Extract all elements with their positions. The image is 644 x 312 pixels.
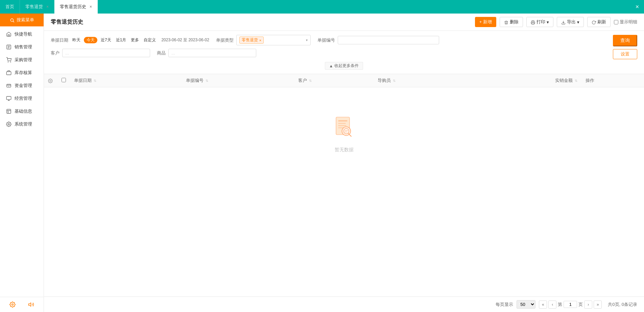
add-button[interactable]: + 新增 — [475, 17, 496, 27]
date-opt-1month[interactable]: 近1月 — [115, 37, 128, 43]
delete-button[interactable]: 删除 — [500, 17, 523, 27]
display-toggle[interactable]: 显示明细 — [614, 19, 637, 25]
col-ops: 操作 — [581, 74, 644, 87]
refresh-icon — [592, 19, 596, 24]
page-label-suffix: 页 — [578, 302, 583, 308]
sidebar-item-sales-mgmt[interactable]: 销售管理 — [0, 41, 44, 53]
svg-rect-18 — [338, 120, 347, 121]
first-page-button[interactable]: « — [539, 300, 547, 309]
last-page-button[interactable]: » — [594, 300, 602, 309]
select-all-checkbox[interactable] — [62, 78, 66, 82]
svg-point-11 — [8, 124, 9, 125]
query-button-label: 查询 — [620, 38, 630, 43]
table-body: 暂无数据 — [44, 87, 644, 180]
date-opt-yesterday[interactable]: 昨天 — [71, 37, 82, 43]
sidebar-item-inventory-calc[interactable]: 库存核算 — [0, 66, 44, 79]
date-opt-today[interactable]: 今天 — [84, 37, 97, 43]
last-page-icon: » — [597, 302, 599, 307]
col-guide[interactable]: 导购员 ⇅ — [374, 74, 469, 87]
query-buttons: 查询 设置 — [613, 35, 637, 59]
sidebar-item-operation-mgmt-label: 经营管理 — [15, 95, 32, 102]
next-page-button[interactable]: › — [584, 300, 592, 309]
col-guide-label: 导购员 — [378, 78, 391, 83]
page-header: 零售退货历史 + 新增 删除 打印 ▾ — [44, 14, 644, 31]
tab-bar: 首页 零售退货 × 零售退货历史 × — [0, 0, 630, 14]
svg-point-5 — [10, 62, 11, 62]
display-checkbox[interactable] — [614, 20, 618, 24]
page-title: 零售退货历史 — [51, 19, 83, 26]
collapse-button[interactable]: ▲ 收起更多条件 — [325, 62, 363, 70]
refresh-button-label: 刷新 — [597, 19, 606, 25]
query-button[interactable]: 查询 — [613, 35, 637, 46]
sidebar-item-basic-info[interactable]: 基础信息 — [0, 105, 44, 118]
col-checkbox[interactable] — [57, 74, 70, 87]
collapse-label: 收起更多条件 — [334, 63, 359, 69]
date-label: 单据日期 — [51, 37, 68, 43]
refresh-button[interactable]: 刷新 — [587, 17, 611, 27]
page-number-input[interactable] — [564, 301, 577, 308]
col-amount-label: 实销金额 — [555, 78, 573, 83]
tab-retail-return-history[interactable]: 零售退货历史 × — [54, 0, 98, 14]
tab-retail-return-history-label: 零售退货历史 — [60, 4, 86, 10]
svg-rect-19 — [338, 123, 345, 124]
col-doc-number[interactable]: 单据编号 ⇅ — [182, 74, 294, 87]
doc-number-input[interactable] — [338, 36, 439, 44]
search-icon — [10, 17, 15, 23]
col-settings[interactable] — [44, 74, 57, 87]
prev-page-button[interactable]: ‹ — [548, 300, 556, 309]
date-opt-7days[interactable]: 近7天 — [99, 37, 113, 43]
next-page-icon: › — [588, 302, 589, 307]
first-page-icon: « — [542, 302, 544, 307]
col-doc-number-label: 单据编号 — [186, 78, 204, 83]
operation-icon — [6, 95, 12, 102]
sidebar-item-purchase-mgmt[interactable]: 采购管理 — [0, 53, 44, 66]
print-button[interactable]: 打印 ▾ — [526, 17, 553, 27]
col-amount[interactable]: 实销金额 ⇅ — [470, 74, 581, 87]
export-button-label: 导出 — [567, 19, 576, 25]
top-bar: 首页 零售退货 × 零售退货历史 × × — [0, 0, 644, 14]
window-close-button[interactable]: × — [630, 0, 644, 14]
sidebar-item-fund-mgmt[interactable]: 资金管理 — [0, 79, 44, 92]
export-dropdown-icon: ▾ — [577, 20, 579, 25]
col-amount-sort: ⇅ — [575, 79, 577, 83]
print-button-label: 打印 — [536, 19, 545, 25]
goods-input[interactable]: ... — [168, 49, 256, 57]
sidebar-item-quick-nav[interactable]: 快捷导航 — [0, 28, 44, 41]
doc-type-label: 单据类型 — [216, 37, 234, 43]
page-size-select[interactable]: 50 100 200 — [517, 300, 535, 309]
tab-home[interactable]: 首页 — [0, 0, 20, 14]
doc-type-select[interactable]: 零售退货 × ▾ — [236, 35, 311, 45]
purchase-icon — [6, 57, 12, 63]
col-customer[interactable]: 客户 ⇅ — [294, 74, 374, 87]
volume-icon[interactable] — [27, 300, 35, 309]
settings-bottom-icon[interactable] — [8, 300, 17, 309]
tab-retail-return-history-close[interactable]: × — [90, 4, 92, 9]
sidebar-item-system-mgmt[interactable]: 系统管理 — [0, 118, 44, 131]
sidebar-item-inventory-calc-label: 库存核算 — [15, 70, 32, 76]
svg-point-12 — [12, 304, 14, 306]
empty-state: 暂无数据 — [44, 87, 644, 180]
filter-setting-label: 设置 — [621, 51, 629, 57]
sidebar-search[interactable]: 搜索菜单 — [0, 14, 44, 26]
sidebar-search-label: 搜索菜单 — [17, 17, 34, 23]
sidebar-nav: 快捷导航 销售管理 采购管理 库存核算 — [0, 26, 44, 297]
filter-row-1: 单据日期 昨天 今天 近7天 近1月 更多 自定义 2023-06-02 至 2… — [51, 35, 606, 45]
filter-setting-button[interactable]: 设置 — [613, 49, 637, 59]
tab-retail-return[interactable]: 零售退货 × — [20, 0, 54, 14]
tab-retail-return-close[interactable]: × — [46, 4, 49, 9]
sidebar-item-quick-nav-label: 快捷导航 — [15, 31, 32, 37]
print-icon — [531, 19, 535, 24]
svg-line-1 — [13, 21, 14, 22]
sidebar-item-operation-mgmt[interactable]: 经营管理 — [0, 92, 44, 105]
table-header-row: 单据日期 ⇅ 单据编号 ⇅ 客户 ⇅ 导购员 ⇅ — [44, 74, 644, 87]
doc-type-tag-close[interactable]: × — [259, 38, 261, 42]
col-doc-date[interactable]: 单据日期 ⇅ — [70, 74, 182, 87]
svg-rect-2 — [8, 35, 9, 36]
customer-input[interactable]: ... — [62, 49, 150, 57]
table-area: 单据日期 ⇅ 单据编号 ⇅ 客户 ⇅ 导购员 ⇅ — [44, 74, 644, 296]
collapse-row: ▲ 收起更多条件 — [51, 62, 637, 70]
date-opt-more[interactable]: 更多 — [129, 37, 140, 43]
date-opt-custom[interactable]: 自定义 — [142, 37, 157, 43]
header-actions: + 新增 删除 打印 ▾ — [475, 17, 637, 27]
export-button[interactable]: 导出 ▾ — [557, 17, 584, 27]
